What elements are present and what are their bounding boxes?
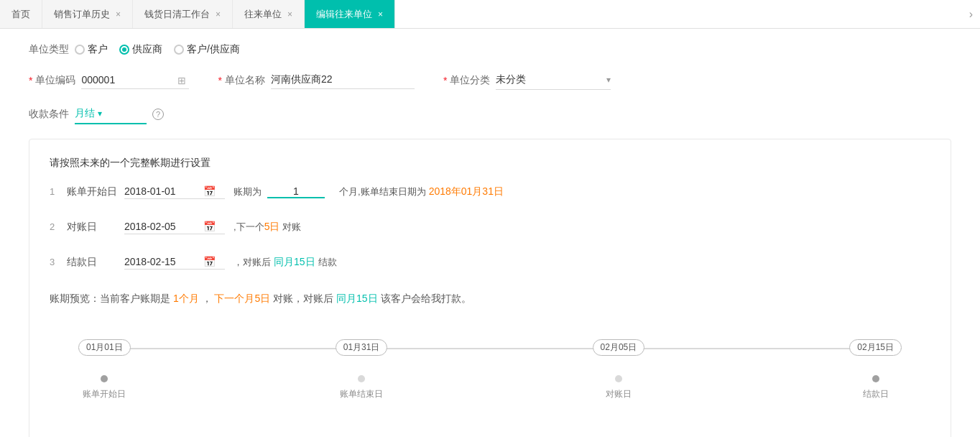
tab-edit-partner[interactable]: 编辑往来单位 ×	[305, 0, 395, 28]
settlement-date-input[interactable]	[124, 256, 203, 267]
main-content: 单位类型 客户 供应商 客户/供应商 * 单位编码 ⊞	[0, 29, 980, 437]
reconcile-date-input[interactable]	[124, 221, 203, 232]
timeline-badge-3: 02月15日	[849, 339, 902, 356]
preview-part2: 下一个月5日	[214, 293, 270, 304]
radio-customer-circle	[75, 45, 85, 55]
timeline-label-2: 对账日	[606, 388, 632, 400]
payment-row: 收款条件 月结 ▾ ?	[29, 104, 951, 124]
row2-before: ,下一个	[234, 221, 264, 234]
start-date-input[interactable]	[124, 185, 203, 197]
radio-both-circle	[174, 45, 184, 55]
unit-type-row: 单位类型 客户 供应商 客户/供应商	[29, 43, 951, 56]
category-label: 单位分类	[450, 74, 490, 87]
name-input-wrap	[271, 71, 415, 89]
period-input[interactable]	[267, 185, 325, 198]
code-required-star: *	[29, 75, 32, 86]
tab-edit-partner-label: 编辑往来单位	[316, 8, 372, 21]
tab-home[interactable]: 首页	[0, 0, 42, 28]
timeline-dot-0	[101, 375, 108, 382]
payment-help-icon[interactable]: ?	[152, 109, 164, 120]
name-field-group: * 单位名称	[218, 71, 414, 89]
row2-num: 2	[50, 221, 67, 232]
tabs-bar: 首页 销售订单历史 × 钱货日清工作台 × 往来单位 × 编辑往来单位 × ›	[0, 0, 980, 29]
tab-cash-work[interactable]: 钱货日清工作台 ×	[133, 0, 233, 28]
radio-supplier[interactable]: 供应商	[119, 43, 162, 56]
preview-sep2: 对账，对账后	[273, 293, 333, 304]
radio-customer[interactable]: 客户	[75, 43, 108, 56]
row2-highlight: 5日	[264, 221, 280, 234]
row3-highlight: 同月15日	[274, 256, 315, 269]
radio-supplier-circle	[119, 45, 129, 55]
timeline-node-1: 01月31日 账单结束日	[336, 339, 388, 400]
settlement-date-row: 3 结款日 📅 ，对账后 同月15日 结款	[50, 254, 930, 270]
payment-label: 收款条件	[29, 108, 69, 121]
reconcile-date-row: 2 对账日 📅 ,下一个 5日 对账	[50, 219, 930, 234]
code-label: 单位编码	[35, 74, 75, 87]
settings-panel: 请按照未来的一个完整帐期进行设置 1 账单开始日 📅 账期为 个月,账单结束日期…	[29, 139, 951, 437]
unit-type-label: 单位类型	[29, 43, 69, 56]
name-input[interactable]	[271, 71, 415, 89]
start-date-input-wrap: 📅	[124, 184, 225, 199]
payment-select-value: 月结	[75, 107, 95, 120]
code-copy-icon[interactable]: ⊞	[177, 75, 186, 86]
timeline-dot-1	[358, 375, 365, 382]
timeline-label-0: 账单开始日	[83, 388, 126, 400]
tab-home-label: 首页	[11, 8, 30, 21]
category-select[interactable]: 未分类 ▾	[496, 70, 611, 90]
row3-type: 结款日	[67, 256, 124, 269]
timeline-node-3: 02月15日 结款日	[849, 339, 902, 400]
code-name-cat-row: * 单位编码 ⊞ * 单位名称 * 单位分类 未分类 ▾	[29, 70, 951, 90]
tab-partners-label: 往来单位	[244, 8, 282, 21]
category-field-group: * 单位分类 未分类 ▾	[443, 70, 611, 90]
panel-hint: 请按照未来的一个完整帐期进行设置	[50, 157, 930, 170]
settlement-date-input-wrap: 📅	[124, 254, 225, 270]
start-date-row: 1 账单开始日 📅 账期为 个月,账单结束日期为 2018年01月31日	[50, 184, 930, 199]
timeline: 01月01日 账单开始日 01月31日 账单结束日 02月05日 对账日 02月…	[50, 325, 930, 429]
timeline-dot-2	[615, 375, 622, 382]
timeline-badge-1: 01月31日	[336, 339, 388, 356]
radio-both[interactable]: 客户/供应商	[174, 43, 240, 56]
unit-type-radio-group: 客户 供应商 客户/供应商	[75, 43, 240, 56]
category-select-value: 未分类	[496, 73, 601, 86]
preview-label: 账期预览：当前客户账期是	[50, 293, 170, 304]
payment-select[interactable]: 月结 ▾	[75, 104, 147, 124]
preview-sep1: ，	[202, 293, 212, 304]
row3-num: 3	[50, 257, 67, 267]
row3-after: 结款	[318, 256, 337, 269]
preview-section: 账期预览：当前客户账期是 1个月 ， 下一个月5日 对账，对账后 同月15日 该…	[50, 290, 930, 308]
preview-end: 该客户会给我打款。	[381, 293, 471, 304]
name-required-star: *	[218, 75, 221, 86]
tab-partners-close[interactable]: ×	[287, 9, 292, 19]
preview-part1: 1个月	[173, 293, 199, 304]
timeline-badge-0: 01月01日	[78, 339, 131, 356]
settlement-date-calendar-icon[interactable]: 📅	[203, 256, 216, 267]
timeline-label-1: 账单结束日	[340, 388, 383, 400]
timeline-label-3: 结款日	[863, 388, 889, 400]
code-input-wrap: ⊞	[81, 71, 189, 89]
radio-both-label: 客户/供应商	[187, 43, 240, 56]
preview-part3: 同月15日	[336, 293, 378, 304]
tabs-arrow[interactable]: ›	[962, 8, 980, 21]
tab-sales-history-close[interactable]: ×	[116, 9, 121, 19]
row1-type: 账单开始日	[67, 185, 124, 198]
start-date-calendar-icon[interactable]: 📅	[203, 185, 216, 197]
code-input[interactable]	[81, 71, 189, 89]
category-chevron-down-icon: ▾	[606, 75, 611, 85]
radio-customer-label: 客户	[88, 43, 108, 56]
radio-supplier-label: 供应商	[132, 43, 162, 56]
tab-edit-partner-close[interactable]: ×	[378, 9, 383, 19]
tab-cash-work-label: 钱货日清工作台	[144, 8, 210, 21]
tab-sales-history[interactable]: 销售订单历史 ×	[42, 0, 133, 28]
reconcile-date-calendar-icon[interactable]: 📅	[203, 221, 216, 232]
timeline-node-2: 02月05日 对账日	[593, 339, 645, 400]
row1-num: 1	[50, 186, 67, 197]
timeline-dot-3	[872, 375, 879, 382]
reconcile-date-input-wrap: 📅	[124, 219, 225, 234]
timeline-nodes: 01月01日 账单开始日 01月31日 账单结束日 02月05日 对账日 02月…	[50, 339, 930, 400]
row2-type: 对账日	[67, 221, 124, 234]
row3-before: ，对账后	[234, 256, 271, 269]
tab-cash-work-close[interactable]: ×	[216, 9, 221, 19]
row1-highlight: 2018年01月31日	[429, 185, 504, 198]
tab-partners[interactable]: 往来单位 ×	[233, 0, 305, 28]
code-field-group: * 单位编码 ⊞	[29, 71, 189, 89]
